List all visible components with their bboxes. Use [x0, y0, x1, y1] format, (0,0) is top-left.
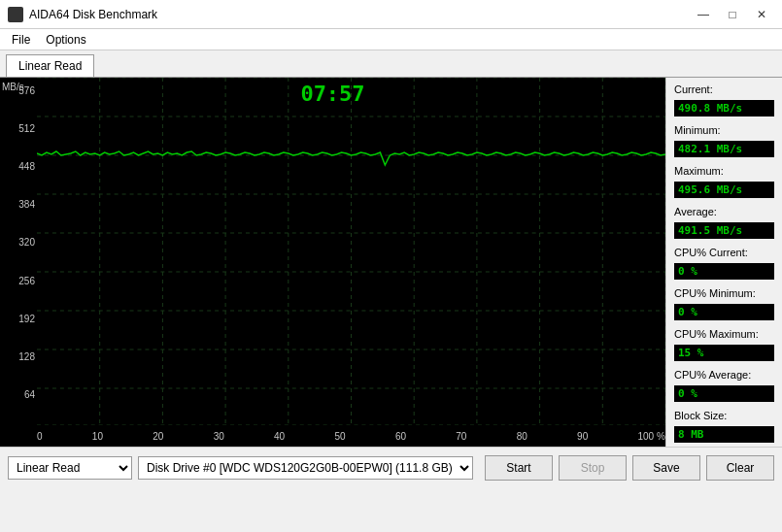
menu-bar: File Options — [0, 29, 782, 50]
x-label-20: 20 — [153, 431, 163, 442]
cpu-minimum-label: CPU% Minimum: — [674, 287, 774, 299]
x-label-100: 100 % — [638, 431, 665, 442]
average-label: Average: — [674, 206, 774, 217]
stats-sidebar: Current: 490.8 MB/s Minimum: 482.1 MB/s … — [665, 78, 782, 447]
window-controls: — □ ✕ — [691, 5, 774, 24]
y-label-320: 320 — [2, 237, 35, 248]
stop-button[interactable]: Stop — [559, 455, 627, 481]
menu-file[interactable]: File — [4, 31, 38, 48]
start-button[interactable]: Start — [485, 455, 553, 481]
bottom-toolbar: Linear Read Disk Drive #0 [WDC WDS120G2G… — [0, 447, 782, 487]
block-size-value: 8 MB — [674, 426, 774, 443]
minimize-button[interactable]: — — [691, 5, 716, 24]
cpu-average-label: CPU% Average: — [674, 369, 774, 381]
minimum-value: 482.1 MB/s — [674, 141, 774, 157]
close-button[interactable]: ✕ — [749, 5, 774, 24]
cpu-maximum-value: 15 % — [674, 345, 774, 361]
average-value: 491.5 MB/s — [674, 222, 774, 239]
x-label-50: 50 — [334, 431, 345, 442]
cpu-current-label: CPU% Current: — [674, 247, 774, 258]
block-size-label: Block Size: — [674, 410, 774, 421]
save-button[interactable]: Save — [632, 455, 700, 481]
x-label-90: 90 — [577, 431, 588, 442]
cpu-average-value: 0 % — [674, 385, 774, 402]
x-label-30: 30 — [214, 431, 224, 442]
maximum-label: Maximum: — [674, 165, 774, 177]
x-label-80: 80 — [517, 431, 527, 442]
main-content: MB/s 576 512 448 384 320 256 192 128 64 … — [0, 78, 782, 447]
menu-options[interactable]: Options — [38, 31, 93, 48]
cpu-current-value: 0 % — [674, 263, 774, 280]
maximum-value: 495.6 MB/s — [674, 182, 774, 198]
x-label-0: 0 — [37, 431, 43, 442]
x-axis: 0 10 20 30 40 50 60 70 80 90 100 % — [37, 425, 665, 447]
cpu-maximum-label: CPU% Maximum: — [674, 328, 774, 340]
chart-svg — [37, 78, 665, 425]
x-label-70: 70 — [456, 431, 466, 442]
x-label-60: 60 — [395, 431, 406, 442]
title-bar: AIDA64 Disk Benchmark — □ ✕ — [0, 0, 782, 29]
y-label-512: 512 — [2, 123, 35, 134]
y-label-192: 192 — [2, 314, 35, 324]
x-label-40: 40 — [274, 431, 285, 442]
y-label-128: 128 — [2, 351, 35, 362]
y-label-256: 256 — [2, 276, 35, 286]
tab-linear-read[interactable]: Linear Read — [6, 54, 94, 77]
x-label-10: 10 — [92, 431, 103, 442]
minimum-label: Minimum: — [674, 124, 774, 136]
current-label: Current: — [674, 83, 774, 95]
window-title: AIDA64 Disk Benchmark — [29, 8, 691, 21]
clear-button[interactable]: Clear — [706, 455, 774, 481]
chart-area: MB/s 576 512 448 384 320 256 192 128 64 … — [0, 78, 665, 447]
y-label-384: 384 — [2, 199, 35, 210]
y-label-448: 448 — [2, 161, 35, 172]
current-value: 490.8 MB/s — [674, 100, 774, 116]
drive-select[interactable]: Disk Drive #0 [WDC WDS120G2G0B-00EPW0] (… — [138, 456, 473, 480]
y-label-64: 64 — [2, 389, 35, 400]
chart-inner — [37, 78, 665, 425]
cpu-minimum-value: 0 % — [674, 304, 774, 320]
tab-bar: Linear Read — [0, 50, 782, 78]
app-icon — [8, 7, 23, 22]
test-type-select[interactable]: Linear Read — [8, 456, 132, 480]
y-label-576: 576 — [2, 85, 35, 96]
y-axis: 576 512 448 384 320 256 192 128 64 — [0, 78, 37, 447]
maximize-button[interactable]: □ — [720, 5, 745, 24]
